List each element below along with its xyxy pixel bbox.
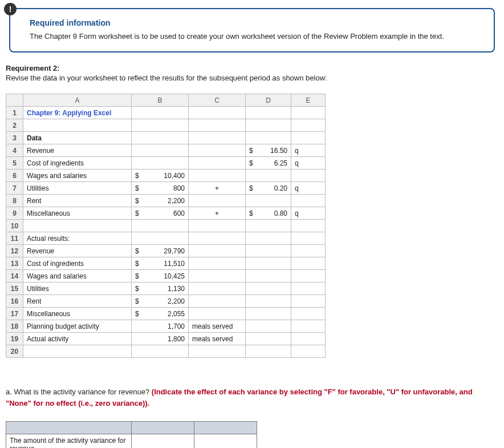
- answer-effect-input[interactable]: [194, 434, 257, 449]
- row-6: 6 Wages and salaries $10,400: [6, 169, 326, 182]
- requirement-text: Revise the data in your worksheet to ref…: [6, 72, 498, 84]
- row-num: 14: [6, 270, 23, 282]
- row-num: 15: [6, 282, 23, 295]
- required-information-panel: ! Required information The Chapter 9 For…: [9, 8, 495, 53]
- cell-A18: Planning budget activity: [23, 320, 132, 333]
- col-header-A: A: [23, 94, 132, 107]
- cell-A17: Miscellaneous: [23, 308, 132, 320]
- row-num: 5: [6, 157, 23, 169]
- cell-B14-sym: $: [135, 272, 139, 280]
- cell-A1: Chapter 9: Applying Excel: [23, 107, 132, 119]
- row-16: 16 Rent $2,200: [6, 295, 326, 308]
- cell-B9-sym: $: [135, 209, 139, 217]
- requirement-title: Requirement 2:: [6, 64, 498, 72]
- cell-B6-sym: $: [135, 172, 139, 180]
- row-num: 12: [6, 245, 23, 257]
- row-10: 10: [6, 220, 326, 232]
- cell-D7-sym: $: [249, 184, 253, 192]
- col-header-C: C: [189, 94, 246, 107]
- corner-cell: [6, 94, 23, 107]
- row-17: 17 Miscellaneous $2,055: [6, 308, 326, 320]
- cell-C7: +: [189, 182, 246, 195]
- cell-E5: q: [291, 157, 326, 169]
- answer-header-blank-2: [132, 422, 194, 434]
- cell-B7-sym: $: [135, 184, 139, 192]
- row-num: 7: [6, 182, 23, 195]
- row-3: 3 Data: [6, 132, 326, 144]
- row-11: 11 Actual results:: [6, 232, 326, 245]
- cell-B17-sym: $: [135, 310, 139, 318]
- info-text: The Chapter 9 Form worksheet is to be us…: [30, 31, 482, 42]
- row-num: 16: [6, 295, 23, 308]
- excel-worksheet: A B C D E 1 Chapter 9: Applying Excel 2 …: [6, 94, 326, 358]
- row-num: 6: [6, 169, 23, 182]
- cell-A19: Actual activity: [23, 333, 132, 345]
- cell-B16-sym: $: [135, 297, 139, 305]
- row-num: 3: [6, 132, 23, 144]
- row-20: 20: [6, 345, 326, 358]
- row-18: 18 Planning budget activity 1,700 meals …: [6, 320, 326, 333]
- cell-C9: +: [189, 207, 246, 220]
- col-header-B: B: [132, 94, 189, 107]
- cell-A4: Revenue: [23, 144, 132, 157]
- row-15: 15 Utilities $1,130: [6, 282, 326, 295]
- cell-A9: Miscellaneous: [23, 207, 132, 220]
- cell-A13: Cost of ingredients: [23, 257, 132, 270]
- cell-B7-val: 800: [173, 184, 185, 192]
- cell-D4-val: 16.50: [270, 147, 287, 155]
- info-title: Required information: [30, 18, 482, 27]
- row-num: 9: [6, 207, 23, 220]
- row-8: 8 Rent $2,200: [6, 195, 326, 207]
- cell-D4-sym: $: [249, 147, 253, 155]
- row-9: 9 Miscellaneous $600 + $0.80 q: [6, 207, 326, 220]
- cell-B18: 1,700: [132, 320, 189, 333]
- cell-B16-val: 2,200: [168, 297, 185, 305]
- cell-B12-sym: $: [135, 247, 139, 255]
- col-header-D: D: [246, 94, 291, 107]
- cell-B6-val: 10,400: [164, 172, 185, 180]
- cell-B19: 1,800: [132, 333, 189, 345]
- cell-A16: Rent: [23, 295, 132, 308]
- cell-D9-sym: $: [249, 209, 253, 217]
- cell-A15: Utilities: [23, 282, 132, 295]
- question-text: a. What is the activity variance for rev…: [6, 388, 152, 396]
- cell-E4: q: [291, 144, 326, 157]
- exclamation-icon: !: [4, 3, 17, 15]
- cell-B8-val: 2,200: [168, 197, 185, 205]
- row-num: 2: [6, 119, 23, 132]
- cell-B9-val: 600: [173, 209, 185, 217]
- cell-A3: Data: [23, 132, 132, 144]
- row-12: 12 Revenue $29,790: [6, 245, 326, 257]
- row-num: 20: [6, 345, 23, 358]
- cell-A11: Actual results:: [23, 232, 132, 245]
- cell-A5: Cost of ingredients: [23, 157, 132, 169]
- row-num: 19: [6, 333, 23, 345]
- answer-amount-input[interactable]: [132, 434, 194, 449]
- cell-A6: Wages and salaries: [23, 169, 132, 182]
- col-header-E: E: [291, 94, 326, 107]
- cell-A12: Revenue: [23, 245, 132, 257]
- cell-D5-val: 6.25: [274, 159, 287, 167]
- row-num: 13: [6, 257, 23, 270]
- row-5: 5 Cost of ingredients $6.25 q: [6, 157, 326, 169]
- cell-B17-val: 2,055: [168, 310, 185, 318]
- row-4: 4 Revenue $16.50 q: [6, 144, 326, 157]
- cell-D5-sym: $: [249, 159, 253, 167]
- row-7: 7 Utilities $800 + $0.20 q: [6, 182, 326, 195]
- row-num: 10: [6, 220, 23, 232]
- row-14: 14 Wages and salaries $10,425: [6, 270, 326, 282]
- question-a: a. What is the activity variance for rev…: [6, 386, 498, 409]
- cell-B15-sym: $: [135, 285, 139, 293]
- row-1: 1 Chapter 9: Applying Excel: [6, 107, 326, 119]
- cell-D9-val: 0.80: [274, 209, 287, 217]
- cell-B14-val: 10,425: [164, 272, 185, 280]
- answer-header-blank-1: [6, 422, 132, 434]
- cell-B12-val: 29,790: [164, 247, 185, 255]
- row-num: 17: [6, 308, 23, 320]
- row-num: 8: [6, 195, 23, 207]
- cell-B15-val: 1,130: [168, 285, 185, 293]
- answer-table: The amount of the activity variance for …: [6, 421, 257, 448]
- cell-B13-sym: $: [135, 260, 139, 268]
- answer-header-blank-3: [194, 422, 257, 434]
- cell-B8-sym: $: [135, 197, 139, 205]
